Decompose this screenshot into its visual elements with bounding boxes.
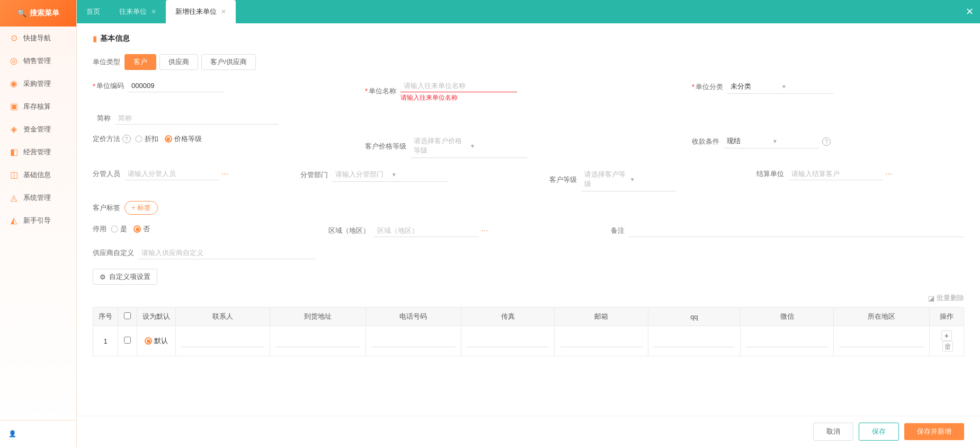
payment-terms-field: 收款条件 现结 ▼ ? [692, 134, 964, 148]
pricing-method-label: 定价方法 ? [93, 134, 131, 144]
sidebar-user[interactable]: 👤 [0, 426, 76, 442]
settlement-more-icon[interactable]: ··· [883, 169, 894, 179]
tab-home[interactable]: 首页 [77, 0, 110, 23]
chevron-down-icon4: ▼ [391, 172, 446, 178]
region-input[interactable] [374, 224, 479, 237]
custom-settings-button[interactable]: ⚙ 自定义项设置 [93, 269, 157, 285]
cell-location[interactable] [834, 326, 929, 356]
manager-input[interactable] [124, 168, 219, 180]
tab-partners[interactable]: 往来单位 ✕ [110, 0, 166, 23]
unit-code-label: 单位编码 [96, 81, 124, 91]
col-email: 邮箱 [555, 308, 648, 326]
sidebar-item-guide[interactable]: ◭ 新手引导 [0, 209, 76, 232]
col-checkbox [118, 308, 137, 326]
remark-input[interactable] [629, 224, 964, 237]
customer-level-select[interactable]: 请选择客户等级 ▼ [581, 168, 676, 191]
row-checkbox[interactable] [124, 337, 131, 344]
sidebar-item-system[interactable]: ◬ 系统管理 [0, 186, 76, 209]
short-name-input[interactable] [115, 112, 278, 125]
add-tag-button[interactable]: + 标签 [124, 201, 158, 215]
unit-category-select[interactable]: 未分类 ▼ [727, 80, 833, 94]
radio-disabled-yes[interactable]: 是 [111, 224, 127, 234]
sidebar-header[interactable]: 🔍 搜索菜单 [0, 0, 76, 27]
settlement-label: 结算单位 [756, 169, 784, 179]
save-new-button[interactable]: 保存并新增 [904, 423, 964, 440]
supplier-custom-input[interactable] [138, 247, 315, 259]
short-name-row: 简称 [93, 112, 964, 125]
payment-terms-select[interactable]: 现结 ▼ [724, 134, 819, 148]
category-required: * [692, 83, 694, 91]
code-required: * [93, 82, 95, 90]
radio-discount[interactable]: 折扣 [135, 134, 158, 144]
qq-input[interactable] [654, 335, 735, 347]
fax-input[interactable] [467, 335, 549, 347]
radio-disabled-no[interactable]: 否 [133, 224, 150, 234]
sidebar-item-quick-nav[interactable]: ⊙ 快捷导航 [0, 27, 76, 49]
remark-wrapper [629, 224, 964, 237]
window-close-icon[interactable]: ✕ [966, 7, 974, 16]
customer-price-level-select[interactable]: 请选择客户价格等级 ▼ [411, 134, 527, 158]
sidebar-item-purchase[interactable]: ◉ 采购管理 [0, 72, 76, 95]
settlement-input[interactable] [788, 168, 883, 180]
cell-wechat[interactable] [741, 326, 834, 356]
tab-new-partner-close[interactable]: ✕ [221, 8, 226, 15]
unit-code-input[interactable] [128, 80, 224, 92]
table-add-button[interactable]: + [941, 330, 952, 341]
phone-input[interactable] [371, 335, 456, 347]
unit-type-row: 单位类型 客户 供应商 客户/供应商 [93, 54, 964, 70]
region-more-icon[interactable]: ··· [479, 226, 490, 235]
unit-type-label: 单位类型 [93, 57, 120, 67]
unit-code-field: * 单位编码 [93, 80, 365, 92]
radio-price-level[interactable]: 价格等级 [165, 134, 202, 144]
department-select[interactable]: 请输入分管部门 ▼ [332, 168, 449, 182]
type-btn-customer[interactable]: 客户 [124, 54, 156, 70]
department-label: 分管部门 [300, 170, 328, 180]
cell-fax[interactable] [461, 326, 555, 356]
guide-icon: ◭ [8, 215, 19, 225]
cell-qq[interactable] [648, 326, 740, 356]
sidebar-item-sales[interactable]: ◎ 销售管理 [0, 49, 76, 72]
payment-help-icon[interactable]: ? [822, 137, 831, 146]
tab-new-partner[interactable]: 新增往来单位 ✕ [166, 0, 236, 23]
default-radio[interactable] [145, 337, 152, 345]
manager-more-icon[interactable]: ··· [219, 169, 230, 179]
cell-email[interactable] [555, 326, 648, 356]
pricing-method-field: 定价方法 ? 折扣 价格等级 [93, 134, 365, 144]
col-fax: 传真 [461, 308, 555, 326]
email-input[interactable] [560, 335, 642, 347]
wechat-input[interactable] [746, 335, 828, 347]
tab-partners-close[interactable]: ✕ [151, 8, 156, 15]
type-btn-supplier[interactable]: 供应商 [159, 54, 198, 70]
save-button[interactable]: 保存 [859, 423, 899, 441]
cell-contact[interactable] [176, 326, 270, 356]
remark-field: 备注 [611, 224, 964, 237]
department-field: 分管部门 请输入分管部门 ▼ [300, 168, 549, 182]
cell-phone[interactable] [366, 326, 461, 356]
sidebar-item-operations[interactable]: ◧ 经营管理 [0, 141, 76, 163]
default-label: 默认 [154, 336, 168, 346]
short-name-wrapper [115, 112, 278, 125]
radio-dot-no [136, 227, 139, 231]
table-delete-button[interactable]: 🗑 [942, 341, 953, 352]
type-btn-both[interactable]: 客户/供应商 [201, 54, 256, 70]
contact-input[interactable] [181, 335, 264, 347]
cell-action: + 🗑 [929, 326, 964, 356]
sidebar-item-label: 快捷导航 [23, 33, 51, 43]
unit-name-input[interactable] [400, 80, 517, 92]
pricing-help-icon[interactable]: ? [122, 135, 131, 143]
location-input[interactable] [839, 335, 923, 347]
sidebar-item-basics[interactable]: ◫ 基础信息 [0, 163, 76, 186]
sales-icon: ◎ [8, 56, 19, 66]
sidebar-item-inventory[interactable]: ▣ 库存核算 [0, 95, 76, 118]
manager-field: 分管人员 ··· [93, 168, 300, 180]
sidebar-item-label: 基础信息 [23, 170, 51, 180]
cancel-button[interactable]: 取消 [813, 423, 853, 441]
sidebar-item-finance[interactable]: ◈ 资金管理 [0, 118, 76, 141]
tab-bar: 首页 往来单位 ✕ 新增往来单位 ✕ ✕ [77, 0, 980, 23]
cell-address[interactable] [270, 326, 366, 356]
select-all-checkbox[interactable] [124, 312, 131, 319]
customer-level-label: 客户等级 [549, 175, 577, 185]
chevron-down-icon2: ▼ [470, 143, 524, 149]
address-input[interactable] [275, 335, 360, 347]
batch-delete-label[interactable]: 批量删除 [937, 293, 964, 303]
